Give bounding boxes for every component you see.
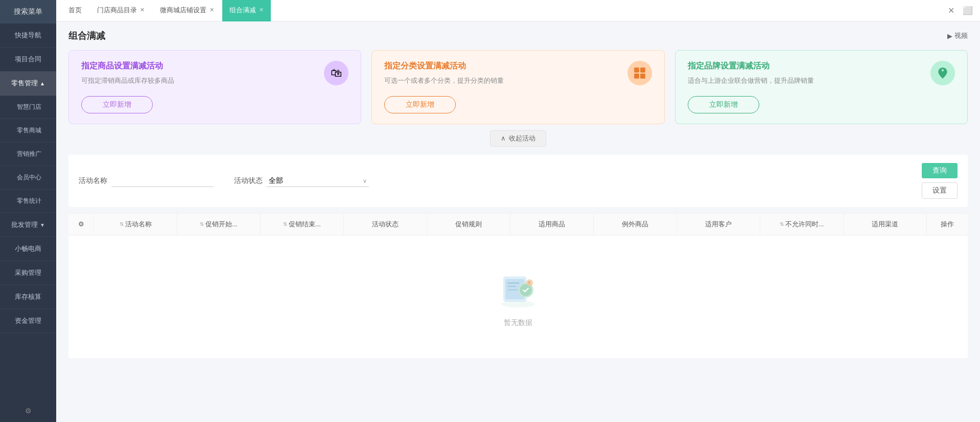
th-applicable-channel: 适用渠道 (844, 214, 927, 235)
sidebar: 搜索菜单 快捷导航 项目合同 零售管理 ▲ 智慧门店 零售商城 营销推广 会员中… (0, 0, 56, 422)
tab-combo-discount[interactable]: 组合满减 ✕ (222, 0, 271, 21)
activity-status-select[interactable]: 全部 进行中 未开始 已结束 (267, 174, 369, 187)
empty-state: ? 暂无数据 (68, 236, 968, 358)
th-promo-end[interactable]: ⇅ 促销结束... (261, 214, 344, 235)
play-icon: ▶ (947, 32, 952, 40)
th-applicable-customer: 适用客户 (677, 214, 760, 235)
sidebar-search[interactable]: 搜索菜单 (0, 0, 56, 24)
collapse-activities-button[interactable]: ∧ 收起活动 (490, 130, 546, 147)
settings-button[interactable]: 设置 (922, 182, 958, 199)
card-product-desc: 可指定滞销商品或库存较多商品 (81, 76, 348, 86)
card-category-icon (627, 61, 652, 85)
main-content: 首页 门店商品目录 ✕ 微商城店铺设置 ✕ 组合满减 ✕ ✕ ⬜ 组合满减 ▶ … (56, 0, 980, 422)
activity-status-label: 活动状态 (234, 176, 263, 185)
data-table: ⚙ ⇅ 活动名称 ⇅ 促销开始... ⇅ 促销结束... 活动状态 (68, 213, 968, 358)
activity-cards: 指定商品设置满减活动 可指定滞销商品或库存较多商品 🛍 立即新增 指定分类设置满… (68, 50, 968, 124)
page-title: 组合满减 (68, 30, 105, 42)
filter-area: 活动名称 活动状态 全部 进行中 未开始 已结束 查询 设置 (68, 155, 968, 207)
window-close-icon[interactable]: ✕ (946, 4, 956, 17)
sidebar-item-finance-management[interactable]: 资金管理 (0, 309, 56, 333)
tab-home[interactable]: 首页 (61, 0, 89, 21)
card-brand-title: 指定品牌设置满减活动 (688, 61, 955, 72)
th-promo-start[interactable]: ⇅ 促销开始... (177, 214, 261, 235)
filter-activity-status: 活动状态 全部 进行中 未开始 已结束 (234, 174, 369, 187)
gear-icon: ⚙ (78, 220, 84, 228)
activity-card-category: 指定分类设置满减活动 可选一个或者多个分类，提升分类的销量 立即新增 (371, 50, 664, 124)
filter-activity-name: 活动名称 (79, 174, 214, 187)
activity-card-brand: 指定品牌设置满减活动 适合与上游企业联合做营销，提升品牌销量 立即新增 (675, 50, 968, 124)
sidebar-item-project-contract[interactable]: 项目合同 (0, 48, 56, 72)
card-category-title: 指定分类设置满减活动 (384, 61, 651, 72)
svg-rect-2 (634, 74, 639, 79)
tab-bar-actions: ✕ ⬜ (946, 4, 975, 17)
page-header: 组合满减 ▶ 视频 (68, 30, 968, 42)
sidebar-item-purchase-management[interactable]: 采购管理 (0, 261, 56, 285)
page-content: 组合满减 ▶ 视频 指定商品设置满减活动 可指定滞销商品或库存较多商品 🛍 立即… (56, 21, 980, 422)
activity-name-label: 活动名称 (79, 176, 107, 185)
sidebar-item-wholesale-management[interactable]: 批发管理 ▼ (0, 213, 56, 237)
card-brand-icon (930, 61, 955, 85)
activity-name-input[interactable] (111, 174, 214, 187)
card-brand-desc: 适合与上游企业联合做营销，提升品牌销量 (688, 76, 955, 86)
tab-close-store-catalog[interactable]: ✕ (140, 7, 145, 13)
th-applicable-goods: 适用商品 (510, 214, 594, 235)
query-button[interactable]: 查询 (922, 163, 958, 178)
tab-close-combo-discount[interactable]: ✕ (259, 7, 264, 13)
svg-rect-9 (507, 282, 519, 284)
th-promo-rule: 促销规则 (427, 214, 510, 235)
th-not-allow-concurrent[interactable]: ⇅ 不允许同时... (760, 214, 844, 235)
sidebar-item-smart-store[interactable]: 智慧门店 (0, 96, 56, 119)
add-brand-activity-button[interactable]: 立即新增 (688, 96, 759, 113)
th-concurrent-sort: ⇅ (780, 221, 784, 227)
th-excluded-goods: 例外商品 (594, 214, 677, 235)
svg-rect-11 (507, 289, 518, 291)
th-promo-end-sort: ⇅ (283, 221, 287, 227)
tab-bar: 首页 门店商品目录 ✕ 微商城店铺设置 ✕ 组合满减 ✕ ✕ ⬜ (56, 0, 980, 21)
svg-rect-10 (507, 286, 516, 287)
video-link[interactable]: ▶ 视频 (947, 31, 968, 40)
card-product-icon: 🛍 (324, 61, 348, 85)
activity-card-product: 指定商品设置满减活动 可指定滞销商品或库存较多商品 🛍 立即新增 (68, 50, 361, 124)
empty-text: 暂无数据 (504, 318, 532, 327)
svg-rect-0 (634, 67, 639, 73)
sidebar-item-inventory-calc[interactable]: 库存核算 (0, 285, 56, 309)
add-product-activity-button[interactable]: 立即新增 (81, 96, 153, 113)
th-activity-status: 活动状态 (344, 214, 427, 235)
svg-text:?: ? (528, 280, 530, 285)
collapse-icon: ∧ (501, 134, 506, 142)
collapse-label: 收起活动 (509, 134, 535, 143)
card-category-desc: 可选一个或者多个分类，提升分类的销量 (384, 76, 651, 86)
th-activity-name-sort: ⇅ (120, 221, 124, 227)
th-promo-start-sort: ⇅ (200, 221, 204, 227)
svg-rect-1 (640, 67, 645, 73)
activity-status-select-wrap: 全部 进行中 未开始 已结束 (267, 174, 369, 187)
filter-actions: 查询 设置 (922, 163, 958, 199)
th-operations: 操作 (927, 214, 968, 235)
sidebar-item-xiaochangec[interactable]: 小畅电商 (0, 237, 56, 261)
svg-rect-3 (640, 74, 645, 79)
sidebar-item-member-center[interactable]: 会员中心 (0, 166, 56, 190)
card-product-title: 指定商品设置满减活动 (81, 61, 348, 72)
collapse-bar: ∧ 收起活动 (68, 130, 968, 147)
sidebar-item-quick-nav[interactable]: 快捷导航 (0, 24, 56, 48)
table-header: ⚙ ⇅ 活动名称 ⇅ 促销开始... ⇅ 促销结束... 活动状态 (68, 213, 968, 236)
th-activity-name[interactable]: ⇅ 活动名称 (94, 214, 177, 235)
tab-store-catalog[interactable]: 门店商品目录 ✕ (90, 0, 152, 21)
tab-wechat-store-settings[interactable]: 微商城店铺设置 ✕ (153, 0, 221, 21)
empty-illustration: ? (493, 266, 544, 312)
sidebar-item-retail-mall[interactable]: 零售商城 (0, 119, 56, 143)
sidebar-item-retail-stats[interactable]: 零售统计 (0, 190, 56, 213)
sidebar-item-retail-management[interactable]: 零售管理 ▲ (0, 72, 56, 96)
sidebar-item-marketing[interactable]: 营销推广 (0, 143, 56, 166)
add-category-activity-button[interactable]: 立即新增 (384, 96, 456, 113)
tab-close-wechat-store[interactable]: ✕ (209, 7, 214, 13)
th-gear[interactable]: ⚙ (68, 214, 94, 234)
chevron-down-icon: ▼ (40, 222, 45, 228)
sidebar-settings-icon[interactable]: ⚙ (0, 400, 56, 422)
chevron-up-icon: ▲ (40, 81, 45, 86)
window-maximize-icon[interactable]: ⬜ (961, 4, 975, 17)
